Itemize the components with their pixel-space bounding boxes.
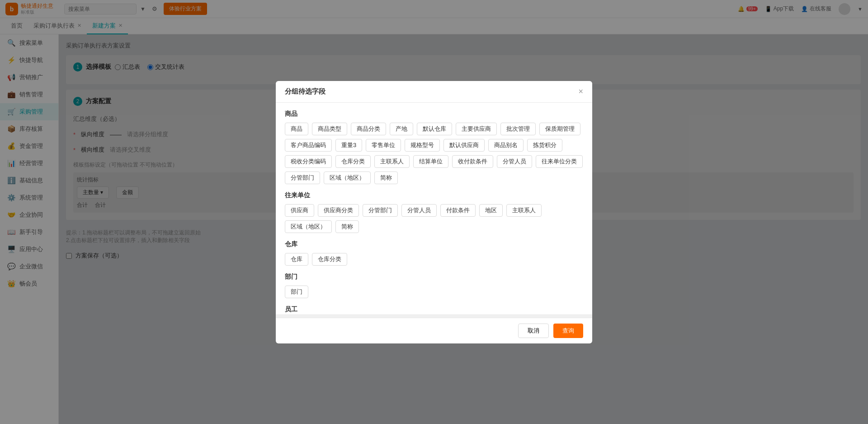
field-tag-product-category[interactable]: 商品分类 [351, 123, 386, 135]
field-tag-shelf-life[interactable]: 保质期管理 [539, 123, 580, 135]
field-tag-wh-cat[interactable]: 仓库分类 [312, 253, 347, 266]
field-tag-person[interactable]: 分管人员 [401, 204, 437, 217]
field-tag-settlement-unit[interactable]: 结算单位 [413, 155, 448, 168]
field-tag-pick-points[interactable]: 拣货积分 [527, 139, 562, 152]
field-tag-default-warehouse[interactable]: 默认仓库 [417, 123, 452, 135]
field-tag-department[interactable]: 部门 [285, 286, 308, 298]
field-tag-retail-unit[interactable]: 零售单位 [366, 139, 401, 152]
field-tag-payment-terms[interactable]: 收付款条件 [452, 155, 493, 168]
field-tag-product[interactable]: 商品 [285, 123, 308, 135]
field-tag-batch-mgmt[interactable]: 批次管理 [500, 123, 536, 135]
field-tag-tax-code[interactable]: 税收分类编码 [285, 155, 332, 168]
field-tags-partner: 供应商 供应商分类 分管部门 分管人员 付款条件 地区 主联系人 区域（地区） … [285, 204, 583, 233]
field-group-employee-title: 员工 [285, 305, 583, 314]
field-tag-product-type[interactable]: 商品类型 [312, 123, 347, 135]
field-tag-supplier-category[interactable]: 供应商分类 [318, 204, 359, 217]
field-group-product-title: 商品 [285, 110, 583, 118]
field-tag-spec-model[interactable]: 规格型号 [405, 139, 440, 152]
field-tag-region[interactable]: 地区 [479, 204, 503, 217]
field-tag-area[interactable]: 区域（地区） [285, 220, 332, 233]
field-group-department: 部门 部门 [285, 273, 583, 298]
field-tag-supplier[interactable]: 供应商 [285, 204, 314, 217]
modal-overlay: 分组待选字段 × 商品 商品 商品类型 商品分类 产地 默认仓库 主要供应商 批… [0, 0, 868, 424]
field-group-product: 商品 商品 商品类型 商品分类 产地 默认仓库 主要供应商 批次管理 保质期管理… [285, 110, 583, 184]
cancel-button[interactable]: 取消 [518, 324, 549, 338]
field-tag-customer-code[interactable]: 客户商品编码 [285, 139, 332, 152]
field-tags-product: 商品 商品类型 商品分类 产地 默认仓库 主要供应商 批次管理 保质期管理 客户… [285, 123, 583, 184]
field-tag-responsible-dept[interactable]: 分管部门 [285, 172, 320, 184]
field-tag-abbr[interactable]: 简称 [335, 220, 359, 233]
confirm-button[interactable]: 查询 [553, 324, 583, 338]
field-tag-payment-cond[interactable]: 付款条件 [440, 204, 476, 217]
field-group-partner-title: 往来单位 [285, 191, 583, 200]
field-tag-area-region[interactable]: 区域（地区） [324, 172, 371, 184]
field-tag-wh[interactable]: 仓库 [285, 253, 308, 266]
field-tag-weight3[interactable]: 重量3 [335, 139, 362, 152]
field-tag-default-supplier[interactable]: 默认供应商 [443, 139, 485, 152]
modal: 分组待选字段 × 商品 商品 商品类型 商品分类 产地 默认仓库 主要供应商 批… [276, 81, 592, 343]
modal-footer: 取消 查询 [276, 318, 592, 343]
field-tag-main-supplier[interactable]: 主要供应商 [456, 123, 497, 135]
field-tag-origin[interactable]: 产地 [390, 123, 413, 135]
field-tag-contact[interactable]: 主联系人 [506, 204, 542, 217]
field-tag-alias[interactable]: 商品别名 [488, 139, 524, 152]
modal-close-button[interactable]: × [578, 87, 583, 95]
field-group-department-title: 部门 [285, 273, 583, 281]
field-tag-partner-category[interactable]: 往来单位分类 [536, 155, 583, 168]
field-tags-department: 部门 [285, 286, 583, 298]
field-group-warehouse: 仓库 仓库 仓库分类 [285, 240, 583, 266]
field-tags-warehouse: 仓库 仓库分类 [285, 253, 583, 266]
field-tag-responsible-person[interactable]: 分管人员 [497, 155, 532, 168]
modal-body[interactable]: 商品 商品 商品类型 商品分类 产地 默认仓库 主要供应商 批次管理 保质期管理… [276, 103, 592, 315]
modal-header: 分组待选字段 × [276, 81, 592, 103]
field-group-warehouse-title: 仓库 [285, 240, 583, 248]
field-group-partner: 往来单位 供应商 供应商分类 分管部门 分管人员 付款条件 地区 主联系人 区域… [285, 191, 583, 233]
field-tag-dept[interactable]: 分管部门 [363, 204, 398, 217]
field-group-employee: 员工 业务员 [285, 305, 583, 315]
field-tag-main-contact[interactable]: 主联系人 [374, 155, 410, 168]
field-tag-wh-category[interactable]: 仓库分类 [335, 155, 371, 168]
modal-title: 分组待选字段 [285, 87, 326, 96]
field-tag-short-name[interactable]: 简称 [374, 172, 398, 184]
